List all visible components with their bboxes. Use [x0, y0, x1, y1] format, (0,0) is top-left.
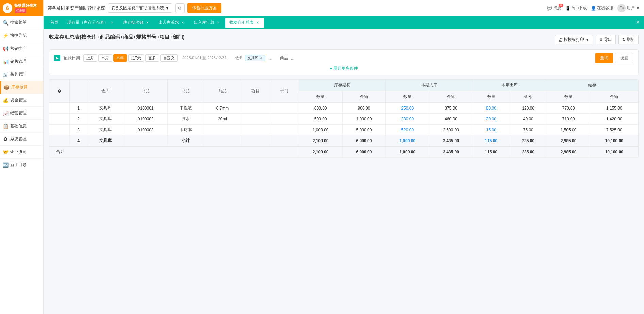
footer-in-qty: 1,000.00: [386, 146, 429, 158]
date-btn-last-month[interactable]: 上月: [83, 54, 97, 62]
logo-text: 畅捷通好生意 标准版: [14, 3, 37, 13]
product-label: 商品: [280, 55, 288, 61]
sidebar-item-2[interactable]: 📢 营销推广: [0, 42, 43, 55]
col-out-header: 本期出库: [473, 80, 547, 91]
in-qty-link-0[interactable]: 250.00: [401, 106, 414, 111]
cell-spec-1: 20ml: [204, 114, 241, 125]
sidebar-label-11: 新手引导: [10, 162, 27, 168]
app-download-button[interactable]: 📱 App下载: [565, 5, 587, 11]
settings-icon[interactable]: ⚙: [175, 3, 185, 13]
product-more[interactable]: ...: [291, 56, 294, 61]
date-btn-more[interactable]: 更多: [145, 54, 159, 62]
tab-3[interactable]: 出入库流水✕: [154, 18, 189, 28]
footer-out-amt: 235.00: [510, 146, 547, 158]
warehouse-more[interactable]: ...: [268, 56, 271, 61]
tab-close-3[interactable]: ✕: [180, 20, 185, 25]
sidebar-icon-8: 📋: [3, 123, 8, 129]
print-button[interactable]: 🖨 按模板打印 ▼: [555, 35, 593, 44]
sidebar-item-1[interactable]: ⚡ 快捷导航: [0, 29, 43, 42]
warehouse-filter: 仓库 文具库 ✕ ...: [235, 55, 271, 61]
expand-more-conditions[interactable]: ▾ 展开更多条件: [54, 66, 633, 71]
close-all-tabs-button[interactable]: ✕: [634, 18, 641, 27]
footer-label: 合计: [49, 146, 299, 158]
sidebar-icon-6: 💰: [3, 98, 8, 103]
tab-close-2[interactable]: ✕: [145, 20, 150, 25]
cell-out-qty-3: 115.00: [473, 135, 510, 147]
sidebar-item-8[interactable]: 📋 基础信息: [0, 120, 43, 133]
filter-panel: ▶ 记账日期 上月 本月 本年 近7天 更多 自定义 2023-01-01 至 …: [49, 49, 639, 75]
sidebar-item-4[interactable]: 🛒 采购管理: [0, 68, 43, 81]
tab-close-1[interactable]: ✕: [110, 20, 114, 25]
col-settings-header[interactable]: ⚙: [49, 80, 69, 103]
cell-bal-qty-2: 1,505.00: [547, 125, 590, 135]
cell-in-qty-1: 230.00: [386, 114, 429, 125]
footer-open-amt: 6,900.00: [342, 146, 386, 158]
cell-bal-amt-1: 1,420.00: [590, 114, 638, 125]
cell-code-0: 0100001: [124, 103, 167, 114]
sidebar-item-10[interactable]: 🤝 企业协同: [0, 146, 43, 159]
tab-4[interactable]: 出入库汇总✕: [190, 18, 225, 28]
sidebar-icon-7: 📈: [3, 111, 8, 116]
date-btn-this-year[interactable]: 本年: [113, 54, 127, 62]
sidebar: 6 畅捷通好生意 标准版 🔍 搜索菜单 ⚡ 快捷导航 📢 营销推广 📊 销售管理…: [0, 0, 44, 314]
sidebar-label-10: 企业协同: [10, 149, 27, 155]
col-dept-header: 部门: [270, 80, 299, 103]
out-qty-link-2[interactable]: 15.00: [486, 128, 496, 132]
in-qty-link-1[interactable]: 230.00: [401, 117, 414, 121]
tab-label-3: 出入库流水: [159, 20, 179, 26]
online-service-button[interactable]: 👤 在线客服: [591, 5, 613, 11]
table-row: 1 文具库 0100001 中性笔 0.7mm 600.00 900.00 25…: [49, 103, 638, 114]
cell-out-amt-0: 120.00: [510, 103, 547, 114]
user-chevron-icon: ▼: [636, 6, 640, 11]
in-qty-link-3[interactable]: 1,000.00: [399, 138, 415, 143]
user-menu[interactable]: Ea 用户 ▼: [617, 4, 640, 12]
messages-button[interactable]: 💬 消息 6: [547, 5, 561, 11]
cell-out-amt-3: 235.00: [510, 135, 547, 147]
tab-0[interactable]: 首页: [46, 18, 63, 28]
in-qty-link-2[interactable]: 520.00: [401, 128, 414, 132]
tab-5[interactable]: 收发存汇总表✕: [225, 18, 264, 28]
cell-seq-2: 3: [69, 125, 87, 135]
cell-name-1: 胶水: [167, 114, 204, 125]
cell-dept-0: [270, 103, 299, 114]
sidebar-label-0: 搜索菜单: [10, 20, 27, 26]
cell-project-1: [241, 114, 270, 125]
cell-settings-3: [49, 135, 69, 147]
system-dropdown[interactable]: 装备及固定资产辅助管理系统 ▼: [108, 3, 172, 13]
sidebar-item-0[interactable]: 🔍 搜索菜单: [0, 16, 43, 29]
sidebar-icon-10: 🤝: [3, 149, 8, 155]
table-row: 4 文具库 小计 2,100.00 6,900.00 1,000.00 3,43…: [49, 135, 638, 147]
sidebar-item-7[interactable]: 📈 经营管理: [0, 107, 43, 120]
sidebar-item-9[interactable]: ⚙ 系统管理: [0, 133, 43, 146]
tabs-list: 首页现存量（库存分布表）✕库存批次账✕出入库流水✕出入库汇总✕收发存汇总表✕: [46, 18, 634, 28]
out-qty-link-3[interactable]: 115.00: [485, 138, 498, 143]
sidebar-item-6[interactable]: 💰 资金管理: [0, 94, 43, 107]
sidebar-item-11[interactable]: 🆕 新手引导: [0, 159, 43, 171]
sidebar-item-5[interactable]: 📦 库存核算: [0, 81, 43, 94]
tab-2[interactable]: 库存批次账✕: [119, 18, 154, 28]
date-btn-7days[interactable]: 近7天: [128, 54, 144, 62]
tab-close-4[interactable]: ✕: [216, 20, 220, 25]
warehouse-tag-close[interactable]: ✕: [260, 56, 263, 60]
query-button[interactable]: 查询: [595, 53, 613, 63]
date-btn-custom[interactable]: 自定义: [160, 54, 178, 62]
refresh-button[interactable]: ↻ 刷新: [618, 35, 639, 44]
export-button[interactable]: ⬇ 导出: [596, 35, 616, 44]
filter-toggle-arrow[interactable]: ▶: [54, 55, 60, 61]
out-qty-link-1[interactable]: 20.00: [486, 117, 496, 121]
sidebar-item-3[interactable]: 📊 销售管理: [0, 55, 43, 68]
trial-button[interactable]: 体验行业方案: [187, 3, 221, 13]
tab-1[interactable]: 现存量（库存分布表）✕: [63, 18, 118, 28]
footer-out-qty: 115.00: [473, 146, 510, 158]
cell-spec-2: [204, 125, 241, 135]
cell-in-qty-0: 250.00: [386, 103, 429, 114]
tab-close-5[interactable]: ✕: [255, 20, 260, 25]
service-icon: 👤: [591, 6, 596, 11]
out-qty-link-0[interactable]: 80.00: [486, 106, 496, 111]
col-in-header: 本期入库: [386, 80, 473, 91]
cell-warehouse-1: 文具库: [87, 114, 124, 125]
filter-settings-button[interactable]: 设置: [615, 53, 633, 63]
date-btn-this-month[interactable]: 本月: [98, 54, 112, 62]
footer-in-amt: 3,435.00: [429, 146, 473, 158]
sidebar-label-8: 基础信息: [10, 123, 27, 129]
